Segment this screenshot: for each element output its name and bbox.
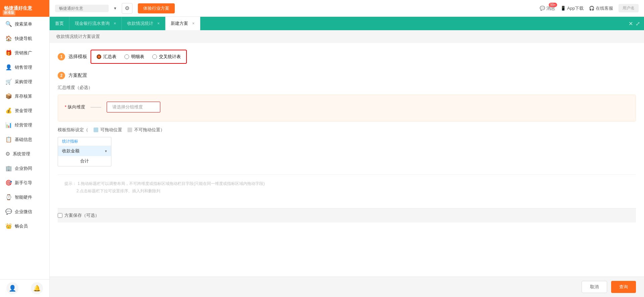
sidebar-icon-system: ⚙ — [5, 151, 10, 157]
page-body: 1 选择模板 汇总表 明细表 交叉统计表 — [50, 43, 644, 277]
app-download-icon: 📱 — [560, 6, 566, 11]
sidebar-item-guide[interactable]: 🎯 新手引导 — [0, 176, 49, 190]
save-option-checkbox[interactable] — [58, 213, 62, 218]
step1-number: 1 — [58, 53, 65, 60]
sidebar-label-inventory: 库存核算 — [15, 93, 32, 99]
tab-label-payment-stats: 收款情况统计 — [127, 20, 153, 27]
col-header-payment[interactable]: 收款金额 ▾ — [58, 146, 111, 156]
indicator-table-area: 统计指标 收款金额 ▾ 合计 — [58, 137, 636, 166]
sidebar-label-enterprise: 企业协同 — [15, 165, 32, 171]
tab-cash-query[interactable]: 现金银行流水查询× — [69, 17, 122, 30]
hint-section: 提示： 1.拖动标题栏可以调整布局，不可跨维度或指标区域拖动栏目字段(只能在同一… — [58, 175, 636, 200]
indicator-table: 统计指标 收款金额 ▾ 合计 — [58, 137, 111, 166]
version-tag: 标准版 — [3, 10, 15, 15]
step1-header: 1 选择模板 汇总表 明细表 交叉统计表 — [58, 50, 636, 64]
query-button[interactable]: 查询 — [611, 281, 636, 293]
sidebar-notification-icon[interactable]: 🔔 — [31, 282, 43, 294]
dimension-placeholder-button[interactable]: 请选择分组维度 — [107, 102, 160, 112]
tab-bar: 首页现金银行流水查询×收款情况统计×新建方案× ✕ ⤢ — [50, 17, 644, 30]
dimension-row: 纵向维度 —— 请选择分组维度 — [65, 102, 629, 112]
radio-detail-label: 明细表 — [131, 54, 144, 60]
dimension-section-title: 汇总维度（必选） — [58, 85, 636, 91]
sidebar-icon-basics: 📋 — [5, 136, 12, 143]
page-title: 收款情况统计方案设置 — [56, 34, 100, 39]
sidebar-item-system[interactable]: ⚙ 系统管理 — [0, 147, 49, 161]
notification-button[interactable]: 💬 消息 99+ — [540, 5, 555, 11]
breadcrumb-input[interactable] — [55, 5, 109, 12]
sidebar-label-weixin: 企业微信 — [15, 209, 32, 215]
sidebar-item-member[interactable]: 👑 畅会员 — [0, 219, 49, 233]
sidebar-bottom: 👤 🔔 — [0, 279, 49, 297]
tab-new-plan[interactable]: 新建方案× — [165, 17, 200, 30]
radio-summary[interactable]: 汇总表 — [97, 54, 116, 60]
sidebar-icon-purchase: 🛒 — [5, 79, 12, 85]
radio-detail[interactable]: 明细表 — [124, 54, 144, 60]
legend-fixed: 不可拖动位置） — [127, 127, 165, 133]
radio-summary-label: 汇总表 — [103, 54, 116, 60]
message-icon: 💬 — [540, 6, 545, 11]
sidebar-icon-guide: 🎯 — [5, 180, 12, 186]
sidebar-item-weixin[interactable]: 💬 企业微信 — [0, 204, 49, 219]
sidebar-item-sales[interactable]: 👤 销售管理 — [0, 60, 49, 75]
tab-close-all-icon[interactable]: ✕ — [629, 20, 633, 27]
top-header: ▾ ⚙ 体验行业方案 💬 消息 99+ 📱 App下载 🎧 在线客服 用户名 — [50, 0, 644, 17]
sidebar-label-sales: 销售管理 — [15, 64, 32, 70]
user-info[interactable]: 用户名 — [619, 4, 639, 12]
sidebar-user-icon[interactable]: 👤 — [6, 282, 18, 294]
sidebar-item-inventory[interactable]: 📦 库存核算 — [0, 89, 49, 103]
sidebar-label-purchase: 采购管理 — [15, 79, 32, 85]
tab-close-new-plan[interactable]: × — [192, 21, 195, 26]
sidebar-item-quick-nav[interactable]: 🏠 快捷导航 — [0, 31, 49, 46]
sidebar-item-marketing[interactable]: 🎁 营销推广 — [0, 46, 49, 60]
sidebar-item-basics[interactable]: 📋 基础信息 — [0, 132, 49, 147]
save-option-text: 方案保存（可选） — [64, 212, 99, 218]
save-option-label[interactable]: 方案保存（可选） — [58, 212, 99, 218]
radio-detail-input[interactable] — [124, 54, 129, 59]
sidebar-icon-inventory: 📦 — [5, 93, 12, 99]
sidebar-item-operations[interactable]: 📊 经营管理 — [0, 118, 49, 132]
bottom-action-bar: 取消 查询 — [50, 277, 644, 297]
footer-save-section: 方案保存（可选） — [58, 208, 636, 222]
page-title-bar: 收款情况统计方案设置 — [50, 30, 644, 43]
cancel-button[interactable]: 取消 — [582, 281, 607, 293]
industry-plan-button[interactable]: 体验行业方案 — [138, 3, 175, 13]
sidebar-item-finance[interactable]: 💰 资金管理 — [0, 103, 49, 118]
step1-label: 选择模板 — [68, 54, 87, 60]
settings-gear-button[interactable]: ⚙ — [122, 3, 132, 14]
tab-expand-icon[interactable]: ⤢ — [636, 20, 640, 27]
sidebar-label-quick-nav: 快捷导航 — [15, 36, 32, 42]
sidebar-item-search-menu[interactable]: 🔍 搜索菜单 — [0, 17, 49, 31]
sidebar-label-operations: 经营管理 — [15, 122, 32, 128]
radio-cross[interactable]: 交叉统计表 — [152, 54, 181, 60]
radio-summary-input[interactable] — [97, 54, 101, 59]
tab-home[interactable]: 首页 — [50, 17, 69, 30]
dimension-area: 纵向维度 —— 请选择分组维度 — [58, 95, 636, 121]
step2-header: 2 方案配置 — [58, 72, 636, 79]
sidebar-icon-operations: 📊 — [5, 122, 12, 128]
tab-payment-stats[interactable]: 收款情况统计× — [122, 17, 165, 30]
sidebar-item-hardware[interactable]: ⌚ 智能硬件 — [0, 190, 49, 204]
sidebar-icon-hardware: ⌚ — [5, 194, 12, 200]
col-header-label: 收款金额 — [62, 148, 79, 154]
tab-close-cash-query[interactable]: × — [114, 21, 116, 26]
online-service-label: 在线客服 — [596, 5, 613, 11]
sidebar-item-enterprise[interactable]: 🏢 企业协同 — [0, 161, 49, 176]
tab-close-payment-stats[interactable]: × — [157, 21, 160, 26]
col-chevron-icon: ▾ — [105, 149, 107, 153]
tab-actions: ✕ ⤢ — [625, 17, 644, 30]
sidebar-item-purchase[interactable]: 🛒 采购管理 — [0, 75, 49, 89]
app-download-button[interactable]: 📱 App下载 — [560, 5, 584, 11]
dimension-arrow-icon: —— — [91, 104, 101, 110]
online-service-button[interactable]: 🎧 在线客服 — [589, 5, 613, 11]
sidebar: 畅捷通好生意 标准版 🔍 搜索菜单 🏠 快捷导航 🎁 营销推广 👤 销售管理 🛒… — [0, 0, 50, 297]
step2-label: 方案配置 — [68, 72, 87, 79]
main-area: ▾ ⚙ 体验行业方案 💬 消息 99+ 📱 App下载 🎧 在线客服 用户名 首… — [50, 0, 644, 297]
radio-cross-input[interactable] — [152, 54, 157, 59]
top-actions: 💬 消息 99+ 📱 App下载 🎧 在线客服 用户名 — [540, 4, 639, 12]
indicators-title-text: 模板指标设定（ — [58, 127, 88, 133]
sidebar-icon-search-menu: 🔍 — [5, 21, 12, 27]
breadcrumb-chevron-icon[interactable]: ▾ — [114, 6, 116, 11]
legend-fixed-label: 不可拖动位置） — [134, 127, 165, 133]
tab-label-cash-query: 现金银行流水查询 — [75, 20, 110, 27]
sidebar-icon-finance: 💰 — [5, 107, 12, 114]
